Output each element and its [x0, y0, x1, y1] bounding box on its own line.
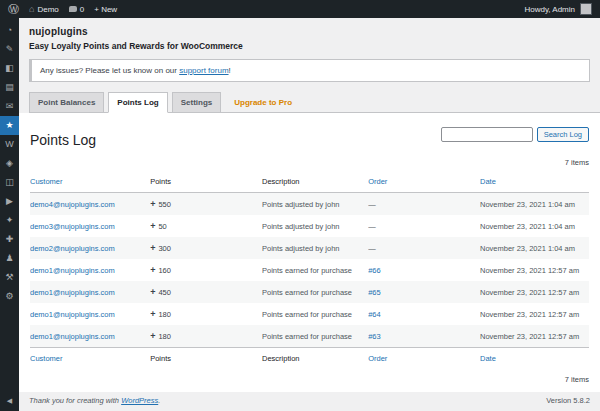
date-cell: November 23, 2021 12:57 am — [480, 259, 589, 281]
settings-icon[interactable]: ⚙ — [0, 287, 19, 306]
wordpress-menu[interactable]: Ⓦ — [8, 4, 19, 15]
customer-link[interactable]: demo4@nujoplugins.com — [30, 200, 115, 209]
plus-icon: + — [150, 287, 155, 297]
points-value: 50 — [158, 222, 166, 231]
home-icon: ⌂ — [29, 5, 34, 14]
points-value: 300 — [158, 244, 171, 253]
tab-points-log[interactable]: Points Log — [108, 92, 167, 113]
comment-bubble-icon — [69, 6, 77, 12]
wordpress-link[interactable]: WordPress — [121, 396, 158, 405]
media-icon[interactable]: ◧ — [0, 59, 19, 78]
description-cell: Points adjusted by john — [262, 193, 368, 216]
table-row: demo3@nujoplugins.com +50 Points adjuste… — [30, 215, 589, 237]
table-row: demo1@nujoplugins.com +180 Points earned… — [30, 303, 589, 325]
customer-link[interactable]: demo1@nujoplugins.com — [30, 266, 115, 275]
description-cell: Points adjusted by john — [262, 237, 368, 259]
sort-order-footer[interactable]: Order — [368, 354, 387, 363]
plus-icon: + — [150, 199, 155, 209]
date-cell: November 23, 2021 12:57 am — [480, 325, 589, 348]
order-cell: — — [368, 222, 376, 231]
marketing-icon[interactable]: ▶ — [0, 192, 19, 211]
sort-customer-header[interactable]: Customer — [30, 177, 63, 186]
tab-upgrade-to-pro[interactable]: Upgrade to Pro — [225, 92, 301, 112]
comments-icon[interactable]: ✉ — [0, 97, 19, 116]
users-icon[interactable]: ♟ — [0, 249, 19, 268]
sort-order-header[interactable]: Order — [368, 177, 387, 186]
plus-icon: + — [150, 265, 155, 275]
table-row: demo1@nujoplugins.com +160 Points earned… — [30, 259, 589, 281]
description-footer: Description — [262, 348, 368, 370]
customer-link[interactable]: demo2@nujoplugins.com — [30, 244, 115, 253]
order-cell: — — [368, 200, 376, 209]
howdy-menu[interactable]: Howdy, Admin — [524, 5, 575, 14]
loyalty-points-menu-icon[interactable]: ★ — [0, 116, 19, 135]
sort-customer-footer[interactable]: Customer — [30, 354, 63, 363]
date-cell: November 23, 2021 1:04 am — [480, 193, 589, 216]
order-link[interactable]: #63 — [368, 332, 381, 341]
table-row: demo1@nujoplugins.com +180 Points earned… — [30, 325, 589, 348]
description-cell: Points earned for purchase — [262, 281, 368, 303]
plugin-header: nujoplugins Easy Loyalty Points and Rewa… — [19, 18, 600, 51]
description-header: Description — [262, 171, 368, 193]
plus-icon: + — [150, 243, 155, 253]
points-value: 180 — [158, 310, 171, 319]
table-header: Customer Points Description Order Date — [30, 171, 589, 193]
plus-icon: + — [150, 331, 155, 341]
customer-link[interactable]: demo3@nujoplugins.com — [30, 222, 115, 231]
search-log-button[interactable]: Search Log — [537, 127, 589, 142]
search-input[interactable] — [441, 127, 533, 142]
notice-text: Any issues? Please let us know on our — [40, 66, 179, 75]
site-menu[interactable]: ⌂ Demo — [29, 5, 59, 14]
plus-icon: + — [150, 309, 155, 319]
customer-link[interactable]: demo1@nujoplugins.com — [30, 332, 115, 341]
admin-bar-right: Howdy, Admin — [524, 3, 592, 15]
support-notice: Any issues? Please let us know on our su… — [29, 59, 590, 82]
table-row: demo1@nujoplugins.com +450 Points earned… — [30, 281, 589, 303]
wordpress-logo-icon: Ⓦ — [8, 4, 19, 15]
collapse-menu-icon[interactable]: ◀ — [0, 397, 19, 405]
customer-link[interactable]: demo1@nujoplugins.com — [30, 310, 115, 319]
order-link[interactable]: #64 — [368, 310, 381, 319]
order-cell: — — [368, 244, 376, 253]
comments-menu[interactable]: 0 — [69, 5, 84, 14]
tab-settings[interactable]: Settings — [172, 92, 222, 112]
customer-link[interactable]: demo1@nujoplugins.com — [30, 288, 115, 297]
date-cell: November 23, 2021 12:57 am — [480, 281, 589, 303]
sidebar-icons: ◔✎◧▤✉★W◈◫▶✦✚♟⚒⚙ — [0, 18, 19, 306]
avatar[interactable] — [580, 3, 592, 15]
tab-point-balances[interactable]: Point Balances — [29, 92, 104, 112]
points-header: Points — [150, 171, 262, 193]
woocommerce-icon[interactable]: W — [0, 135, 19, 154]
products-icon[interactable]: ◈ — [0, 154, 19, 173]
order-link[interactable]: #66 — [368, 266, 381, 275]
points-value: 180 — [158, 332, 171, 341]
search-box: Search Log — [441, 127, 589, 142]
points-footer: Points — [150, 348, 262, 370]
plus-icon: + — [150, 221, 155, 231]
pages-icon[interactable]: ▤ — [0, 78, 19, 97]
tools-icon[interactable]: ⚒ — [0, 268, 19, 287]
new-content-menu[interactable]: + New — [94, 5, 117, 14]
page-title: Points Log — [30, 132, 96, 148]
dashboard-icon[interactable]: ◔ — [0, 21, 19, 40]
order-link[interactable]: #65 — [368, 288, 381, 297]
date-cell: November 23, 2021 12:57 am — [480, 303, 589, 325]
plugins-icon[interactable]: ✚ — [0, 230, 19, 249]
panel-top: Points Log Search Log — [30, 113, 589, 148]
items-count-top: 7 items — [30, 158, 589, 167]
wordpress-admin-screen: Ⓦ ⌂ Demo 0 + New Howdy, Admin ◔✎◧▤✉★W◈◫▶… — [0, 0, 600, 411]
footer-version: Version 5.8.2 — [546, 396, 590, 405]
analytics-icon[interactable]: ◫ — [0, 173, 19, 192]
plugin-title: Easy Loyalty Points and Rewards for WooC… — [29, 41, 590, 51]
brand-logo: nujoplugins — [29, 26, 590, 37]
posts-icon[interactable]: ✎ — [0, 40, 19, 59]
sort-date-header[interactable]: Date — [480, 177, 496, 186]
new-label: + New — [94, 5, 117, 14]
sort-date-footer[interactable]: Date — [480, 354, 496, 363]
appearance-icon[interactable]: ✦ — [0, 211, 19, 230]
description-cell: Points adjusted by john — [262, 215, 368, 237]
points-value: 450 — [158, 288, 171, 297]
admin-content: nujoplugins Easy Loyalty Points and Rewa… — [19, 18, 600, 411]
tab-bar: Point Balances Points Log Settings Upgra… — [29, 92, 600, 113]
support-forum-link[interactable]: support forum — [179, 66, 228, 75]
